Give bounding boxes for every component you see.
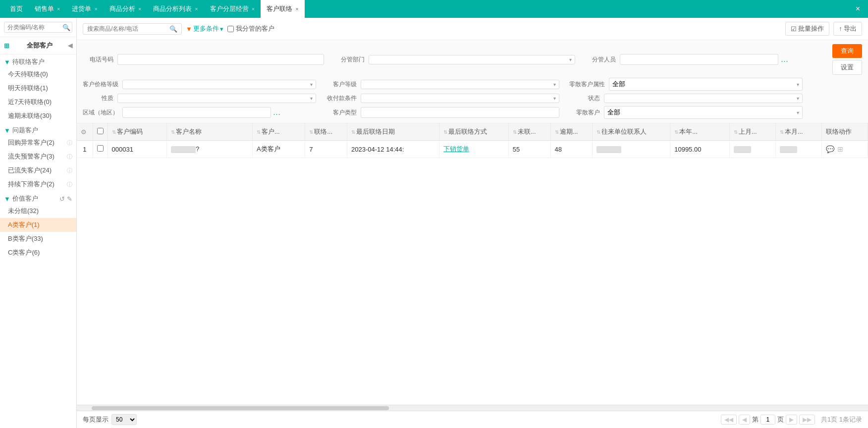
sidebar-title[interactable]: 全部客户 <box>27 41 53 50</box>
search-input[interactable] <box>87 25 169 32</box>
col-name[interactable]: ⇅客户名称 <box>167 123 253 141</box>
value-edit-icon[interactable]: ✎ <box>67 195 72 203</box>
scrollbar-thumb[interactable] <box>92 406 389 410</box>
page-suffix-label: 页 <box>777 415 784 424</box>
col-last-month[interactable]: ⇅上月... <box>729 123 775 141</box>
page-size-select[interactable]: 50 100 <box>111 414 137 425</box>
contact-person-blur <box>597 146 621 153</box>
sidebar-search-icon[interactable]: 🔍 <box>62 24 70 31</box>
price-level-select[interactable]: ▾ <box>122 80 316 89</box>
customer-level-arrow-icon: ▾ <box>553 82 556 87</box>
search-submit-icon[interactable]: 🔍 <box>169 25 177 33</box>
select-all-checkbox[interactable] <box>97 128 104 134</box>
row-last-method[interactable]: 下销货单 <box>439 141 509 158</box>
customer-type-input[interactable] <box>361 107 559 118</box>
col-overdue[interactable]: ⇅逾期... <box>550 123 593 141</box>
query-btn[interactable]: 查询 <box>832 44 862 58</box>
nav-tab-sales[interactable]: 销售单 × <box>29 0 66 18</box>
nav-tab-purchase-close[interactable]: × <box>94 6 97 12</box>
sidebar-item-c-class[interactable]: C类客户(6) <box>0 246 76 260</box>
customer-level-label: 客户等级 <box>326 80 361 89</box>
sidebar-item-tomorrow[interactable]: 明天待联络(1) <box>0 81 76 95</box>
col-code[interactable]: ⇅客户编码 <box>108 123 167 141</box>
nav-tab-customer-contact[interactable]: 客户联络 × <box>261 0 304 18</box>
sidebar-collapse-icon[interactable]: ◀ <box>68 42 72 49</box>
person-more-icon[interactable]: … <box>780 55 788 64</box>
col-last-contact-date[interactable]: ⇅最后联络日期 <box>347 123 439 141</box>
col-contact-count[interactable]: ⇅联络... <box>305 123 347 141</box>
col-contact-person[interactable]: ⇅往来单位联系人 <box>593 123 670 141</box>
status-label: 状态 <box>569 94 604 103</box>
content-area: 🔍 ▼ 更多条件 ▾ 我分管的客户 ☑ 批量操作 <box>77 18 868 428</box>
chat-icon[interactable]: 💬 <box>826 145 834 153</box>
nav-tab-customer-tier[interactable]: 客户分层经营 × <box>204 0 261 18</box>
nav-tab-customer-tier-close[interactable]: × <box>252 6 255 12</box>
lost-warning-label: 流失预警客户(3) <box>8 152 66 161</box>
scattered-attr-select[interactable]: 全部 ▾ <box>609 78 803 91</box>
row-code: 000031 <box>108 141 167 158</box>
person-input[interactable] <box>620 54 778 65</box>
payment-select[interactable]: ▾ <box>361 94 559 103</box>
last-page-btn[interactable]: ▶▶ <box>799 415 815 425</box>
region-more-icon[interactable]: … <box>273 108 281 117</box>
value-refresh-icon[interactable]: ↺ <box>59 195 65 203</box>
sidebar-item-lost[interactable]: 已流失客户(24) ⓘ <box>0 163 76 177</box>
sidebar-item-overdue[interactable]: 逾期未联络(30) <box>0 109 76 123</box>
sidebar-item-unclassified[interactable]: 未分组(32) <box>0 204 76 218</box>
phone-input[interactable] <box>117 54 324 65</box>
horizontal-scrollbar[interactable] <box>77 405 868 411</box>
sidebar-item-a-class[interactable]: A类客户(1) <box>0 218 76 232</box>
nav-tab-sales-close[interactable]: × <box>57 6 60 12</box>
sidebar-item-today[interactable]: 今天待联络(0) <box>0 67 76 81</box>
nav-tab-product-list[interactable]: 商品分析列表 × <box>147 0 204 18</box>
filter-icon: ▼ <box>186 25 192 33</box>
grid-action-icon[interactable]: ⊞ <box>837 145 843 153</box>
col-this-year[interactable]: ⇅本年... <box>670 123 730 141</box>
adv-field-price-level: 客户价格等级 ▾ <box>83 80 316 89</box>
nav-home[interactable]: 首页 <box>4 0 29 18</box>
nav-tab-product-list-close[interactable]: × <box>195 6 198 12</box>
nav-tab-product-analysis[interactable]: 商品分析 × <box>104 0 147 18</box>
sidebar-item-b-class[interactable]: B类客户(33) <box>0 232 76 246</box>
region-input[interactable] <box>122 107 271 118</box>
my-customer-checkbox[interactable] <box>227 26 234 32</box>
nav-tab-customer-contact-close[interactable]: × <box>295 6 298 12</box>
col-this-month[interactable]: ⇅本月... <box>775 123 821 141</box>
col-last-contact-method[interactable]: ⇅最后联络方式 <box>439 123 509 141</box>
nav-tab-product-analysis-close[interactable]: × <box>138 6 141 12</box>
adv-field-payment: 收付款条件 ▾ <box>326 94 559 103</box>
status-select[interactable]: ▾ <box>604 94 803 103</box>
my-customer-label: 我分管的客户 <box>236 24 274 33</box>
sidebar-item-lost-warning[interactable]: 流失预警客户(3) ⓘ <box>0 150 76 163</box>
first-page-btn[interactable]: ◀◀ <box>721 415 737 425</box>
tomorrow-label: 明天待联络(1) <box>8 84 72 93</box>
col-date-sort-icon: ⇅ <box>351 129 355 135</box>
page-size-label: 每页显示 <box>83 415 108 424</box>
table-gear-icon[interactable]: ⚙ <box>81 128 87 136</box>
next-page-btn[interactable]: ▶ <box>786 415 797 425</box>
scattered-select[interactable]: 全部 ▾ <box>604 106 803 119</box>
settings-btn[interactable]: 设置 <box>832 60 862 75</box>
nav-tab-sales-label: 销售单 <box>35 4 54 13</box>
page-number-input[interactable] <box>760 415 775 425</box>
sidebar-item-abnormal[interactable]: 回购异常客户(2) ⓘ <box>0 136 76 150</box>
declining-label: 持续下滑客户(2) <box>8 180 66 189</box>
nav-tab-purchase[interactable]: 进货单 × <box>66 0 103 18</box>
row-checkbox[interactable] <box>97 145 104 152</box>
sidebar-item-declining[interactable]: 持续下滑客户(2) ⓘ <box>0 177 76 191</box>
a-class-label: A类客户(1) <box>8 220 72 229</box>
dept-select[interactable]: ▾ <box>369 55 575 64</box>
col-customer-type[interactable]: ⇅客户... <box>252 123 305 141</box>
more-filter-btn[interactable]: ▼ 更多条件 ▾ <box>186 24 223 33</box>
nature-select[interactable]: ▾ <box>117 94 316 103</box>
customer-level-select[interactable]: ▾ <box>361 80 559 89</box>
footer-right: ◀◀ ◀ 第 页 ▶ ▶▶ 共1页 1条记录 <box>721 415 862 425</box>
adv-field-phone: 电话号码 <box>83 54 324 65</box>
export-btn[interactable]: ↑ 导出 <box>833 22 862 36</box>
col-uncontacted[interactable]: ⇅未联... <box>508 123 550 141</box>
sidebar-grid-icon: ⊞ <box>4 42 9 50</box>
batch-operation-btn[interactable]: ☑ 批量操作 <box>785 22 829 36</box>
prev-page-btn[interactable]: ◀ <box>739 415 750 425</box>
sidebar-item-7days[interactable]: 近7天待联络(0) <box>0 95 76 109</box>
close-all-button[interactable]: × <box>852 4 864 13</box>
